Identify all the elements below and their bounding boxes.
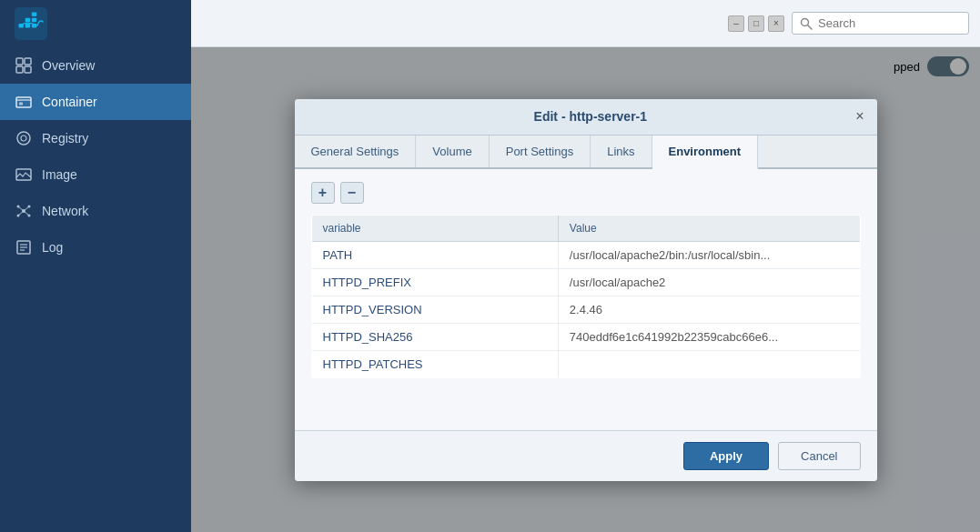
- env-table: variable Value PATH/usr/local/apache2/bi…: [311, 215, 861, 378]
- table-row[interactable]: HTTPD_VERSION2.4.46: [311, 296, 860, 323]
- window-controls: – □ ×: [728, 15, 784, 32]
- svg-rect-7: [16, 58, 23, 65]
- sidebar-item-container[interactable]: Container: [0, 84, 191, 120]
- network-icon: [15, 202, 33, 220]
- modal-footer: Apply Cancel: [295, 430, 877, 481]
- tab-port-settings[interactable]: Port Settings: [490, 136, 591, 167]
- network-label: Network: [42, 204, 88, 218]
- modal-title: Edit - http-server-1: [326, 109, 856, 124]
- sidebar-item-image[interactable]: Image: [0, 156, 191, 193]
- maximize-button[interactable]: □: [748, 15, 764, 32]
- svg-rect-5: [32, 18, 36, 23]
- svg-line-22: [24, 206, 29, 211]
- env-variable: PATH: [311, 241, 558, 268]
- remove-env-button[interactable]: −: [340, 182, 364, 204]
- modal-overlay: Edit - http-server-1 × General Settings …: [191, 47, 980, 532]
- tab-environment[interactable]: Environment: [652, 136, 758, 169]
- sidebar-item-log[interactable]: Log: [0, 229, 191, 266]
- svg-rect-12: [19, 103, 23, 105]
- svg-rect-9: [16, 66, 23, 73]
- docker-logo-icon: [15, 7, 47, 40]
- registry-label: Registry: [42, 131, 88, 146]
- minimize-button[interactable]: –: [728, 15, 744, 32]
- svg-line-24: [24, 211, 29, 216]
- svg-line-23: [18, 211, 24, 216]
- tab-volume[interactable]: Volume: [416, 136, 489, 167]
- env-value: [558, 350, 860, 377]
- table-row[interactable]: HTTPD_PREFIX/usr/local/apache2: [311, 268, 860, 296]
- env-value: 2.4.46: [558, 296, 860, 323]
- env-toolbar: + −: [311, 182, 861, 204]
- search-icon: [800, 17, 813, 30]
- env-value: /usr/local/apache2: [558, 268, 860, 296]
- container-icon: [15, 93, 33, 111]
- sidebar-item-overview[interactable]: Overview: [0, 47, 191, 84]
- image-icon: [15, 166, 33, 184]
- env-variable: HTTPD_VERSION: [311, 296, 558, 323]
- topbar: – □ ×: [191, 0, 980, 47]
- svg-line-21: [18, 206, 24, 211]
- svg-line-30: [808, 25, 813, 29]
- tab-bar: General Settings Volume Port Settings Li…: [295, 136, 877, 169]
- registry-icon: [15, 129, 33, 147]
- sidebar-item-network[interactable]: Network: [0, 193, 191, 229]
- sidebar: Overview Container Registry Imag: [0, 0, 191, 532]
- svg-point-14: [21, 136, 26, 141]
- log-label: Log: [42, 240, 63, 255]
- content-area: pped I Edit - http-server-1 × General Se…: [191, 47, 980, 532]
- main-area: – □ × pped I Ed: [191, 0, 980, 532]
- close-button[interactable]: ×: [768, 15, 784, 32]
- cancel-button[interactable]: Cancel: [778, 442, 860, 470]
- sidebar-item-registry[interactable]: Registry: [0, 120, 191, 156]
- modal-dialog: Edit - http-server-1 × General Settings …: [295, 99, 877, 481]
- col-header-variable: variable: [311, 215, 558, 241]
- svg-rect-4: [25, 18, 30, 23]
- table-row[interactable]: PATH/usr/local/apache2/bin:/usr/local/sb…: [311, 241, 860, 268]
- svg-rect-11: [16, 97, 31, 107]
- tab-general-settings[interactable]: General Settings: [295, 136, 417, 167]
- col-header-value: Value: [558, 215, 860, 241]
- modal-body: + − variable Value PATH/usr/local/apache…: [295, 169, 877, 430]
- tab-links[interactable]: Links: [591, 136, 652, 167]
- overview-icon: [15, 56, 33, 75]
- env-variable: HTTPD_PATCHES: [311, 350, 558, 377]
- env-variable: HTTPD_PREFIX: [311, 268, 558, 296]
- apply-button[interactable]: Apply: [683, 442, 769, 470]
- modal-close-button[interactable]: ×: [855, 109, 864, 124]
- overview-label: Overview: [42, 58, 95, 73]
- svg-rect-6: [32, 12, 36, 16]
- table-row[interactable]: HTTPD_SHA256740eddf6e1c641992b22359cabc6…: [311, 323, 860, 350]
- svg-rect-10: [25, 66, 31, 73]
- svg-rect-8: [25, 58, 31, 65]
- search-input[interactable]: [818, 16, 945, 30]
- modal-titlebar: Edit - http-server-1 ×: [295, 99, 877, 136]
- log-icon: [15, 238, 33, 256]
- svg-point-13: [17, 132, 30, 145]
- env-value: 740eddf6e1c641992b22359cabc66e6...: [558, 323, 860, 350]
- container-label: Container: [42, 95, 97, 109]
- search-box[interactable]: [792, 12, 969, 35]
- svg-rect-2: [25, 24, 30, 28]
- table-row[interactable]: HTTPD_PATCHES: [311, 350, 860, 377]
- env-value: /usr/local/apache2/bin:/usr/local/sbin..…: [558, 241, 860, 268]
- add-env-button[interactable]: +: [311, 182, 335, 204]
- image-label: Image: [42, 167, 77, 182]
- sidebar-logo: [0, 0, 191, 47]
- env-variable: HTTPD_SHA256: [311, 323, 558, 350]
